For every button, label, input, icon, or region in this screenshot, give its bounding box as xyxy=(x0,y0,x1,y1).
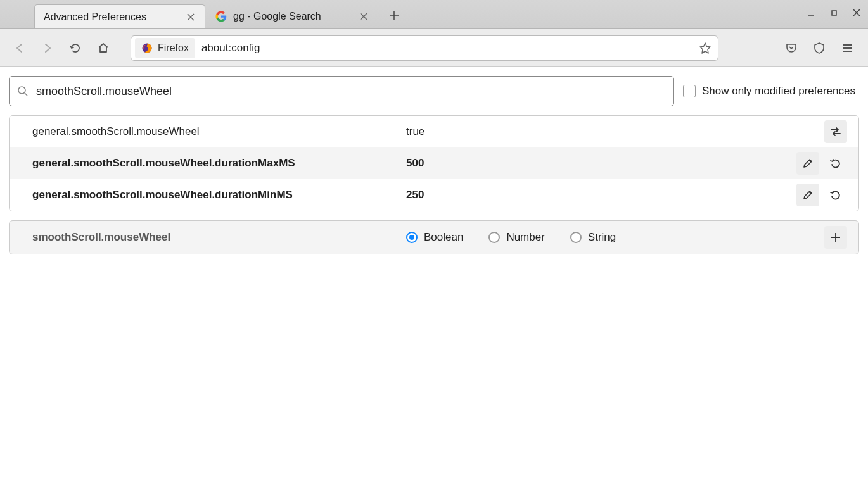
bookmark-star-icon[interactable] xyxy=(696,39,714,57)
pref-value: 500 xyxy=(406,157,796,170)
new-pref-row: smoothScroll.mouseWheel Boolean Number S… xyxy=(9,220,859,254)
firefox-icon xyxy=(141,42,153,54)
pref-name: general.smoothScroll.mouseWheel.duration… xyxy=(32,189,406,201)
checkbox-icon xyxy=(683,85,696,97)
close-icon[interactable] xyxy=(852,8,862,18)
radio-number[interactable]: Number xyxy=(488,231,544,244)
url-bar[interactable]: Firefox about:config xyxy=(131,35,718,61)
radio-string[interactable]: String xyxy=(570,231,616,244)
type-radio-group: Boolean Number String xyxy=(406,231,824,244)
window-controls xyxy=(806,8,862,18)
home-button[interactable] xyxy=(93,37,114,59)
page-content: Show only modified preferences general.s… xyxy=(0,67,868,263)
pref-value: true xyxy=(406,125,824,138)
edit-button[interactable] xyxy=(796,152,819,175)
toolbar-right xyxy=(782,39,857,58)
radio-label: Boolean xyxy=(424,231,463,244)
maximize-icon[interactable] xyxy=(829,8,839,18)
prefs-table: general.smoothScroll.mouseWheel true gen… xyxy=(9,115,859,211)
tab-google-search[interactable]: gg - Google Search xyxy=(207,4,378,28)
svg-rect-0 xyxy=(832,11,836,15)
pocket-icon[interactable] xyxy=(782,39,801,58)
svg-point-2 xyxy=(18,87,25,94)
radio-label: Number xyxy=(506,231,544,244)
search-box[interactable] xyxy=(9,76,674,106)
tab-advanced-preferences[interactable]: Advanced Preferences xyxy=(34,4,205,28)
radio-icon xyxy=(488,232,500,243)
radio-icon xyxy=(570,232,582,243)
tab-bar: Advanced Preferences gg - Google Search xyxy=(0,0,868,29)
radio-boolean[interactable]: Boolean xyxy=(406,231,463,244)
search-input[interactable] xyxy=(36,85,666,98)
url-text: about:config xyxy=(195,42,696,54)
pref-actions xyxy=(796,152,847,175)
minimize-icon[interactable] xyxy=(806,8,816,18)
google-favicon xyxy=(215,11,227,22)
edit-button[interactable] xyxy=(796,184,819,206)
add-button[interactable] xyxy=(824,226,847,249)
pref-row: general.smoothScroll.mouseWheel true xyxy=(10,116,858,147)
close-tab-icon[interactable] xyxy=(359,11,369,22)
new-tab-button[interactable] xyxy=(384,6,404,26)
pref-name: general.smoothScroll.mouseWheel xyxy=(32,125,406,138)
shield-icon[interactable] xyxy=(810,39,829,58)
close-tab-icon[interactable] xyxy=(186,12,196,22)
menu-icon[interactable] xyxy=(838,39,857,58)
tab-title: Advanced Preferences xyxy=(44,11,179,23)
new-pref-name: smoothScroll.mouseWheel xyxy=(32,231,406,244)
radio-label: String xyxy=(588,231,616,244)
pref-row: general.smoothScroll.mouseWheel.duration… xyxy=(10,179,858,211)
search-icon xyxy=(17,85,29,97)
radio-icon xyxy=(406,232,418,243)
tab-title: gg - Google Search xyxy=(233,11,352,22)
pref-name: general.smoothScroll.mouseWheel.duration… xyxy=(32,157,406,170)
pref-value: 250 xyxy=(406,189,796,201)
checkbox-label-text: Show only modified preferences xyxy=(702,85,855,97)
search-row: Show only modified preferences xyxy=(9,76,859,106)
back-button[interactable] xyxy=(9,37,30,59)
forward-button[interactable] xyxy=(37,37,58,59)
identity-box[interactable]: Firefox xyxy=(135,38,195,58)
reload-button[interactable] xyxy=(65,37,86,59)
pref-actions xyxy=(824,120,847,143)
pref-row: general.smoothScroll.mouseWheel.duration… xyxy=(10,147,858,179)
reset-button[interactable] xyxy=(824,152,847,175)
toggle-button[interactable] xyxy=(824,120,847,143)
identity-label: Firefox xyxy=(158,42,189,54)
pref-actions xyxy=(796,184,847,206)
reset-button[interactable] xyxy=(824,184,847,206)
show-modified-checkbox[interactable]: Show only modified preferences xyxy=(683,85,855,97)
toolbar: Firefox about:config xyxy=(0,29,868,67)
